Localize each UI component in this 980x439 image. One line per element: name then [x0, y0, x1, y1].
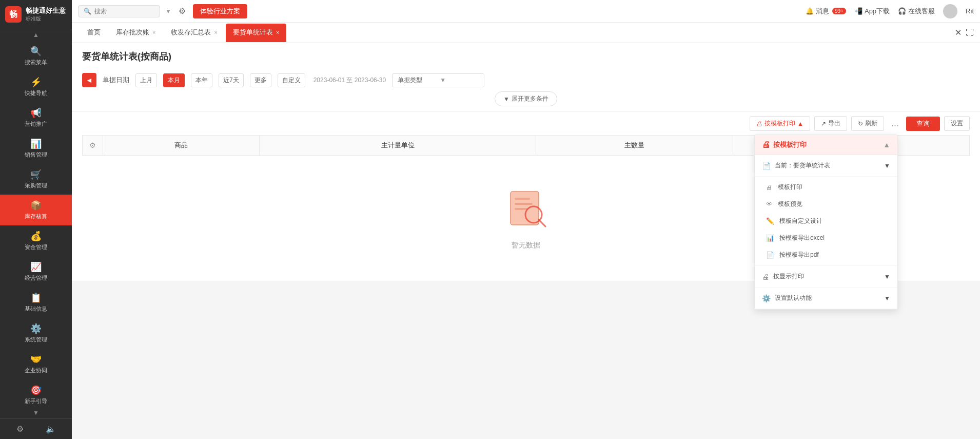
sidebar-logo: 畅 畅捷通好生意 标准版 — [0, 0, 72, 29]
avatar[interactable] — [943, 4, 957, 18]
tab-inventory-batch[interactable]: 库存批次账 × — [109, 24, 163, 42]
app-logo-text: 畅捷通好生意 标准版 — [26, 6, 66, 23]
date-btn-last-month[interactable]: 上月 — [135, 73, 157, 87]
export-btn[interactable]: ↗ 导出 — [814, 116, 847, 131]
print-btn[interactable]: 🖨 按模板打印 ▲ — [750, 116, 810, 131]
online-service-btn[interactable]: 🎧 在线客服 — [898, 7, 935, 16]
svg-line-5 — [539, 220, 545, 226]
sidebar-item-purchase[interactable]: 🛒 采购管理 — [0, 164, 72, 195]
sidebar-item-inventory[interactable]: 📦 库存核算 — [0, 195, 72, 225]
design-icon: ✏️ — [766, 217, 774, 225]
headset-icon: 🎧 — [898, 7, 906, 15]
topbar-chevron-icon[interactable]: ▼ — [165, 8, 171, 15]
topbar-search-icon: 🔍 — [84, 8, 91, 15]
dropdown-display-header-left: 🖨 按显示打印 — [762, 272, 804, 281]
display-print-icon: 🖨 — [762, 273, 769, 281]
dropdown-item-export-excel[interactable]: 📊 按模板导出excel — [755, 230, 897, 246]
tab-receivable-summary[interactable]: 收发存汇总表 × — [164, 24, 224, 42]
dropdown-default-header-left: ⚙️ 设置默认功能 — [762, 294, 812, 302]
topbar: 🔍 ▼ ⚙ 体验行业方案 🔔 消息 99 📲 App下载 🎧 在线客服 Rit — [72, 0, 980, 23]
dropdown-item-export-pdf[interactable]: 📄 按模板导出pdf — [755, 246, 897, 263]
bell-icon: 🔔 — [806, 7, 814, 15]
filter-toggle-btn[interactable]: ◄ — [82, 73, 96, 87]
print-doc-icon: 🖨 — [766, 183, 773, 191]
username-label: Rit — [966, 7, 974, 15]
sidebar-item-enterprise[interactable]: 🤝 企业协同 — [0, 349, 72, 379]
message-btn[interactable]: 🔔 消息 99 — [806, 7, 846, 16]
topbar-right: 🔔 消息 99 📲 App下载 🎧 在线客服 Rit — [806, 4, 974, 18]
date-btn-this-month[interactable]: 本月 — [163, 73, 185, 87]
col-quantity: 主数量 — [536, 136, 733, 156]
sidebar-item-guide[interactable]: 🎯 新手引导 — [0, 379, 72, 407]
sidebar-item-search[interactable]: 🔍 搜索菜单 — [0, 41, 72, 71]
dropdown-default-header[interactable]: ⚙️ 设置默认功能 ▼ — [755, 290, 897, 307]
date-btn-more[interactable]: 更多 — [250, 73, 271, 87]
display-chevron-icon: ▼ — [884, 273, 890, 280]
tab-order-stats-close[interactable]: × — [276, 29, 279, 35]
expand-more-btn[interactable]: ▼ 展开更多条件 — [495, 91, 557, 106]
sidebar-item-sales[interactable]: 📊 销售管理 — [0, 133, 72, 164]
speaker-footer-btn[interactable]: 🔈 — [46, 424, 56, 434]
settings-footer-btn[interactable]: ⚙ — [16, 424, 24, 434]
tab-order-stats[interactable]: 要货单统计表 × — [226, 24, 286, 42]
setting-btn[interactable]: 设置 — [944, 116, 970, 131]
filter-row: ◄ 单据日期 上月 本月 本年 近7天 更多 自定义 2023-06-01 至 … — [82, 73, 970, 87]
col-unit: 主计量单位 — [260, 136, 536, 156]
target-icon: 🎯 — [30, 385, 42, 396]
refresh-icon: ↻ — [858, 120, 863, 127]
dropdown-current-header[interactable]: 📄 当前：要货单统计表 ▼ — [755, 157, 897, 174]
expand-down-icon: ▼ — [503, 96, 509, 103]
sidebar-footer: ⚙ 🔈 — [0, 418, 72, 439]
toolbar-more-btn[interactable]: ... — [888, 117, 902, 130]
trial-btn[interactable]: 体验行业方案 — [193, 4, 247, 18]
tab-close-all-btn[interactable]: ✕ — [955, 28, 962, 37]
svg-rect-2 — [515, 203, 533, 205]
order-type-select[interactable]: 单据类型 ▼ — [392, 73, 484, 87]
tab-expand-btn[interactable]: ⛶ — [966, 28, 974, 37]
sidebar-item-finance[interactable]: 💰 资金管理 — [0, 225, 72, 256]
excel-icon: 📊 — [766, 234, 774, 242]
sidebar-item-system[interactable]: ⚙️ 系统管理 — [0, 318, 72, 349]
svg-rect-1 — [515, 198, 530, 200]
svg-point-6 — [530, 211, 535, 216]
sidebar-item-marketing[interactable]: 📢 营销推广 — [0, 102, 72, 133]
date-btn-7days[interactable]: 近7天 — [219, 73, 244, 87]
toolbar: 🖨 按模板打印 ▲ ↗ 导出 ↻ 刷新 ... 查询 设置 — [72, 111, 980, 135]
sidebar-item-basic-info[interactable]: 📋 基础信息 — [0, 287, 72, 318]
tab-inventory-batch-close[interactable]: × — [152, 29, 155, 35]
tab-home[interactable]: 首页 — [80, 24, 108, 42]
lightning-icon: ⚡ — [30, 77, 42, 88]
tab-receivable-summary-close[interactable]: × — [214, 29, 217, 35]
sidebar-scroll-down[interactable]: ▼ — [0, 407, 72, 418]
money-icon: 💰 — [30, 231, 42, 242]
trending-icon: 📈 — [30, 261, 42, 273]
main-area: 🔍 ▼ ⚙ 体验行业方案 🔔 消息 99 📲 App下载 🎧 在线客服 Rit — [72, 0, 980, 439]
dropdown-collapse-btn[interactable]: ▲ — [883, 141, 890, 149]
order-type-chevron-icon: ▼ — [440, 77, 479, 84]
sidebar: 畅 畅捷通好生意 标准版 ▲ 🔍 搜索菜单 ⚡ 快捷导航 📢 营销推广 📊 销售… — [0, 0, 72, 439]
sidebar-item-operations[interactable]: 📈 经营管理 — [0, 256, 72, 287]
date-btn-this-year[interactable]: 本年 — [191, 73, 212, 87]
megaphone-icon: 📢 — [30, 107, 42, 119]
sidebar-item-quick-nav[interactable]: ⚡ 快捷导航 — [0, 71, 72, 102]
current-chevron-icon: ▼ — [884, 162, 890, 169]
refresh-btn[interactable]: ↻ 刷新 — [851, 116, 884, 131]
date-range-display: 2023-06-01 至 2023-06-30 — [313, 76, 386, 85]
pdf-icon: 📄 — [766, 251, 774, 259]
clipboard-icon: 📋 — [30, 292, 42, 303]
dropdown-display-header[interactable]: 🖨 按显示打印 ▼ — [755, 268, 897, 285]
date-btn-custom[interactable]: 自定义 — [278, 73, 305, 87]
date-filter-label: 单据日期 — [103, 75, 129, 85]
dropdown-item-template-preview[interactable]: 👁 模板预览 — [755, 196, 897, 213]
topbar-search-box[interactable]: 🔍 — [78, 5, 160, 17]
print-dropdown-panel: 🖨 按模板打印 ▲ 📄 当前：要货单统计表 ▼ — [754, 135, 898, 310]
dropdown-item-template-print[interactable]: 🖨 模板打印 — [755, 179, 897, 196]
box-icon: 📦 — [30, 200, 42, 211]
table-settings-icon[interactable]: ⚙ — [89, 141, 96, 149]
app-download-btn[interactable]: 📲 App下载 — [854, 7, 890, 16]
sidebar-scroll-up[interactable]: ▲ — [0, 29, 72, 41]
topbar-gear-icon[interactable]: ⚙ — [179, 6, 186, 16]
query-btn[interactable]: 查询 — [906, 117, 940, 131]
topbar-search-input[interactable] — [94, 8, 156, 15]
dropdown-item-template-custom[interactable]: ✏️ 模板自定义设计 — [755, 213, 897, 230]
